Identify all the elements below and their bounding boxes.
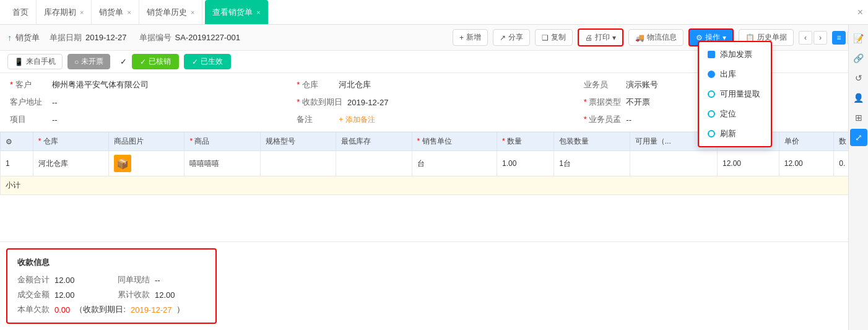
address-value: -- (52, 98, 58, 107)
locate-icon (708, 110, 715, 118)
copy-button[interactable]: ❑ 复制 (535, 29, 573, 46)
menu-locate[interactable]: 定位 (699, 104, 771, 124)
refresh-right-icon[interactable]: ↺ (850, 69, 867, 87)
link-right-icon[interactable]: 🔗 (850, 50, 867, 67)
col-product-img: 商品图片 (109, 132, 184, 151)
doc-number-value: SA-20191227-001 (175, 33, 241, 42)
warehouse-field: 仓库 河北仓库 (297, 79, 571, 90)
row-pack-qty: 1台 (554, 151, 630, 176)
cumulative-payment-item: 累计收款 12.00 (118, 289, 206, 300)
project-value: -- (52, 115, 58, 124)
close-icon[interactable]: × (80, 9, 84, 16)
tab-sales-order[interactable]: 销货单 × (92, 0, 139, 24)
tab-bar: 首页 库存期初 × 销货单 × 销货单历史 × 查看销货单 × × (0, 0, 868, 25)
close-icon[interactable]: × (191, 9, 194, 16)
customer-value: 柳州粤港平安气体有限公司 (52, 79, 149, 90)
due-date-note-value: 2019-12-27 (131, 305, 172, 315)
prev-button[interactable]: ‹ (799, 31, 812, 45)
staff-label: 业务员 (584, 79, 621, 90)
close-icon[interactable]: × (256, 9, 260, 16)
address-label: 客户地址 (10, 97, 47, 108)
total-amount-value: 12.00 (54, 276, 75, 285)
staff2-label: 业务员孟 (584, 114, 622, 125)
row-warehouse: 河北仓库 (33, 151, 108, 176)
subtotal-label: 小计 (1, 176, 868, 195)
user-right-icon[interactable]: 👤 (850, 89, 867, 106)
available-qty-icon (708, 90, 715, 98)
due-date-field: 收款到期日 2019-12-27 (297, 97, 571, 108)
menu-available-qty[interactable]: 可用量提取 (699, 84, 771, 104)
transaction-amount-item: 成交金额 12.00 (17, 289, 105, 300)
col-warehouse: 仓库 (33, 132, 108, 151)
effect-button[interactable]: ✓ 已生效 (184, 54, 231, 69)
next-button[interactable]: › (814, 31, 827, 45)
list-view-icon[interactable]: ≡ (832, 31, 846, 45)
settings-icon[interactable]: ⚙ (6, 137, 12, 146)
customer-field: 客户 柳州粤港平安气体有限公司 (10, 79, 284, 90)
sales-order-icon: ↑ (7, 33, 12, 43)
new-button[interactable]: + 新增 (453, 29, 488, 46)
current-due-value: 0.00 (54, 305, 70, 315)
due-date-value: 2019-12-27 (347, 98, 389, 107)
close-icon[interactable]: × (127, 9, 131, 16)
check-icon2: ✓ (192, 58, 198, 66)
row-available (630, 151, 717, 176)
bottom-section: 收款信息 金额合计 12.00 同单现结 -- 成交金额 12.00 累计收款 … (0, 241, 868, 330)
menu-add-invoice[interactable]: 添加发票 (699, 45, 771, 64)
due-date-label: 收款到期日 (297, 97, 342, 108)
payment-info: 收款信息 金额合计 12.00 同单现结 -- 成交金额 12.00 累计收款 … (6, 248, 217, 324)
total-amount-label: 金额合计 (17, 274, 50, 285)
doc-type-label: 销货单 (15, 32, 40, 43)
nav-arrows: ‹ › (799, 31, 827, 45)
payment-grid: 金额合计 12.00 同单现结 -- 成交金额 12.00 累计收款 12.00… (17, 274, 206, 315)
table-row: 1 河北仓库 📦 嘻嘻嘻嘻 台 1.00 1台 12.00 12.00 0. (1, 151, 868, 176)
share-button[interactable]: ↗ 分享 (493, 29, 530, 46)
tab-home[interactable]: 首页 (5, 0, 37, 24)
window-close-button[interactable]: × (857, 7, 863, 18)
tab-view-sales[interactable]: 查看销货单 × (205, 0, 268, 24)
row-spec (260, 151, 336, 176)
address-field: 客户地址 -- (10, 97, 284, 108)
cumulative-payment-value: 12.00 (155, 290, 175, 300)
logistics-button[interactable]: 🚚 物流信息 (628, 29, 684, 46)
row-price: 12.00 (779, 151, 834, 176)
row-min-stock (336, 151, 412, 176)
row-stock: 12.00 (717, 151, 779, 176)
doc-date-value: 2019-12-27 (85, 33, 127, 42)
remark-label: 备注 (297, 114, 334, 125)
same-order-item: 同单现结 -- (118, 274, 206, 285)
expand-right-icon[interactable]: ⤢ (850, 129, 867, 146)
sold-button[interactable]: ✓ 已核销 (132, 54, 179, 69)
row-product: 嘻嘻嘻嘻 (184, 151, 260, 176)
col-spec: 规格型号 (260, 132, 336, 151)
due-date-note-end: ） (176, 304, 184, 315)
menu-outbound[interactable]: 出库 (699, 64, 771, 84)
staff2-value: -- (626, 115, 631, 124)
truck-icon: 🚚 (635, 33, 644, 42)
tab-sales-history[interactable]: 销货单历史 × (139, 0, 202, 24)
col-unit: 销售单位 (412, 132, 497, 151)
print-button[interactable]: 🖨 打印 ▾ (578, 28, 623, 46)
transaction-amount-value: 12.00 (54, 290, 75, 300)
add-note-button[interactable]: + 添加备注 (339, 115, 375, 125)
doc-number-label: 单据编号 (139, 32, 171, 43)
doc-title: ↑ 销货单 (7, 32, 40, 43)
invoice-icon (708, 51, 715, 58)
row-unit: 台 (412, 151, 497, 176)
from-phone-button[interactable]: 📱 来自手机 (7, 54, 63, 69)
dropdown-menu: 添加发票 出库 可用量提取 定位 刷新 (698, 41, 772, 147)
phone-icon: 📱 (14, 58, 24, 66)
toolbar-actions: + 新增 ↗ 分享 ❑ 复制 🖨 打印 ▾ 🚚 物流信息 ⚙ 操 (453, 28, 861, 46)
tab-inventory-open[interactable]: 库存期初 × (37, 0, 92, 24)
transaction-amount-label: 成交金额 (17, 289, 50, 300)
not-open-button[interactable]: ○ 未开票 (67, 54, 110, 69)
grid-right-icon[interactable]: ⊞ (850, 109, 867, 126)
menu-refresh[interactable]: 刷新 (699, 124, 771, 144)
confirm-check-icon: ✓ (120, 57, 127, 66)
same-order-value: -- (155, 276, 160, 285)
note-right-icon[interactable]: 📝 (850, 30, 867, 47)
copy-icon: ❑ (542, 33, 549, 42)
dropdown-arrow-icon: ▾ (612, 33, 616, 42)
right-panel: 📝 🔗 ↺ 👤 ⊞ ⤢ (848, 25, 868, 330)
col-product: 商品 (184, 132, 260, 151)
